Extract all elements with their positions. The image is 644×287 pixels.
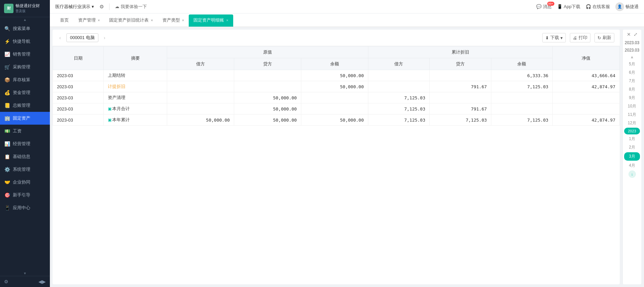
refresh-btn[interactable]: ↻ 刷新	[594, 33, 614, 42]
app-download-label: App下载	[564, 4, 580, 10]
tab-asset-mgmt-label: 资产管理	[78, 17, 96, 23]
quick-nav-icon: ⚡	[4, 38, 10, 44]
table-wrapper: 日期 摘要 原值 累计折旧 净值 借方 贷方 余额 借方 贷方 余额	[53, 46, 620, 284]
timeline-month-9[interactable]: 9月	[623, 94, 641, 102]
sidebar-item-finance[interactable]: 💰 资金管理	[0, 86, 50, 99]
settings-icon[interactable]: ⚙	[99, 4, 104, 10]
sidebar-item-label: 销售管理	[13, 51, 30, 57]
service-label: 在线客服	[592, 4, 610, 10]
basic-info-icon: 📋	[4, 154, 10, 160]
settings-bottom-icon[interactable]: ⚙	[4, 279, 8, 284]
sidebar-bottom: ⚙ ◀▶	[0, 276, 50, 287]
tab-asset-mgmt[interactable]: 资产管理 ×	[73, 14, 104, 27]
cell-net-value: 42,874.97	[553, 115, 620, 126]
table-row: 2023-03 资产清理 50,000.00 7,125.03	[53, 92, 620, 103]
timeline-month-11[interactable]: 11月	[623, 110, 641, 119]
prev-asset-btn[interactable]: ‹	[58, 34, 62, 41]
tab-asset-detail-close[interactable]: ×	[226, 18, 228, 22]
tab-asset-mgmt-close[interactable]: ×	[98, 18, 100, 22]
sidebar-item-payroll[interactable]: 💵 工资	[0, 125, 50, 137]
tab-depreciation-stat[interactable]: 固定资产折旧统计表 ×	[104, 14, 157, 27]
timeline-month-3[interactable]: 3月	[624, 152, 640, 161]
company-selector[interactable]: 医疗器械行业演示 ▾	[55, 4, 94, 10]
sidebar-item-quick-nav[interactable]: ⚡ 快捷导航	[0, 35, 50, 48]
timeline-month-2[interactable]: 2月	[623, 143, 641, 152]
timeline-month-8[interactable]: 8月	[623, 85, 641, 94]
panel-close-icon[interactable]: ✕	[626, 31, 632, 38]
refresh-icon: ↻	[597, 35, 601, 40]
cell-orig-balance: 50,000.00	[301, 81, 368, 92]
message-btn[interactable]: 💬 消息 99+	[536, 4, 552, 10]
cell-accum-balance: 7,125.03	[491, 115, 553, 126]
timeline-month-10[interactable]: 10月	[623, 102, 641, 110]
sidebar-scroll-up[interactable]: ▲	[0, 17, 50, 22]
sidebar-item-app-center[interactable]: 📱 应用中心	[0, 201, 50, 214]
cell-orig-credit: 50,000.00	[234, 115, 301, 126]
main-area: 医疗器械行业演示 ▾ ⚙ ☁ 我要体验一下 💬 消息 99+ 📱 App下载 🎧…	[50, 0, 644, 287]
tab-depreciation-stat-close[interactable]: ×	[151, 18, 153, 22]
sidebar-item-label: 基础信息	[13, 154, 30, 160]
sidebar-item-fixed-assets[interactable]: 🏢 固定资产	[0, 112, 50, 125]
timeline-year-2023[interactable]: 2023	[624, 128, 640, 134]
experience-btn[interactable]: ☁ 我要体验一下	[115, 4, 147, 10]
avatar-icon: 👤	[617, 4, 622, 9]
sidebar-item-basic-info[interactable]: 📋 基础信息	[0, 150, 50, 163]
sidebar-item-operations[interactable]: 📊 经营管理	[0, 137, 50, 150]
sidebar-item-system[interactable]: ⚙️ 系统管理	[0, 163, 50, 176]
print-btn[interactable]: 🖨 打印	[570, 33, 590, 42]
timeline-month-5[interactable]: 5月	[623, 60, 641, 68]
tab-asset-detail[interactable]: 固定资产明细账 ×	[189, 14, 233, 27]
payroll-icon: 💵	[4, 128, 10, 134]
fixed-assets-icon: 🏢	[4, 115, 10, 121]
cell-accum-credit: 791.67	[430, 81, 491, 92]
cell-accum-debit: 7,125.03	[368, 103, 430, 115]
timeline-circle-btn[interactable]: ↓	[628, 170, 636, 178]
cell-accum-debit	[368, 81, 430, 92]
cell-date: 2023-03	[53, 92, 104, 103]
cell-orig-balance	[301, 92, 368, 103]
tab-asset-type-close[interactable]: ×	[182, 18, 184, 22]
sidebar-item-inventory[interactable]: 📦 库存核算	[0, 73, 50, 86]
user-btn[interactable]: 👤 畅捷通	[615, 2, 639, 11]
sidebar-scroll-down[interactable]: ▼	[0, 271, 50, 276]
sidebar-item-guide[interactable]: 🎯 新手引导	[0, 189, 50, 201]
tab-home[interactable]: 首页	[55, 14, 73, 27]
timeline-month-12[interactable]: 12月	[623, 119, 641, 127]
message-badge: 99+	[547, 2, 554, 6]
cell-accum-balance: 6,333.36	[491, 70, 553, 81]
cell-orig-credit: 50,000.00	[234, 103, 301, 115]
timeline-up-arrow[interactable]: ▲	[630, 54, 635, 60]
cell-orig-debit	[167, 92, 234, 103]
cell-net-value: 42,874.97	[553, 81, 620, 92]
cell-summary: 计提折旧	[104, 81, 167, 92]
chevron-down-icon: ▾	[92, 4, 94, 9]
service-btn[interactable]: 🎧 在线客服	[586, 4, 610, 10]
summary-link[interactable]: 计提折旧	[108, 84, 125, 89]
sidebar-item-purchase[interactable]: 🛒 采购管理	[0, 61, 50, 73]
sidebar-item-enterprise[interactable]: 🤝 企业协同	[0, 176, 50, 189]
cell-orig-balance: 50,000.00	[301, 115, 368, 126]
message-icon: 💬	[536, 4, 542, 9]
print-icon: 🖨	[573, 35, 577, 40]
th-accum-credit: 贷方	[430, 58, 491, 70]
collapse-sidebar-icon[interactable]: ◀▶	[38, 279, 46, 284]
sidebar-item-label: 总账管理	[13, 102, 30, 108]
cell-net-value	[553, 103, 620, 115]
timeline-month-1[interactable]: 1月	[623, 135, 641, 143]
refresh-label: 刷新	[603, 35, 611, 41]
timeline-month-4[interactable]: 4月	[623, 161, 641, 170]
tab-asset-type[interactable]: 资产类型 ×	[158, 14, 189, 27]
timeline-month-6[interactable]: 6月	[623, 68, 641, 77]
cell-orig-credit	[234, 70, 301, 81]
sidebar-item-ledger[interactable]: 📒 总账管理	[0, 99, 50, 112]
app-download-btn[interactable]: 📱 App下载	[557, 4, 580, 10]
sidebar-item-search[interactable]: 🔍 搜索菜单	[0, 22, 50, 35]
search-icon: 🔍	[4, 26, 10, 32]
panel-expand-icon[interactable]: ⤢	[633, 31, 638, 38]
sidebar-item-label: 新手引导	[13, 192, 30, 198]
timeline-month-7[interactable]: 7月	[623, 77, 641, 85]
enterprise-icon: 🤝	[4, 179, 10, 185]
next-asset-btn[interactable]: ›	[102, 34, 107, 41]
download-btn[interactable]: ⬇ 下载 ▾	[542, 33, 566, 42]
sidebar-item-sales[interactable]: 📈 销售管理	[0, 48, 50, 61]
